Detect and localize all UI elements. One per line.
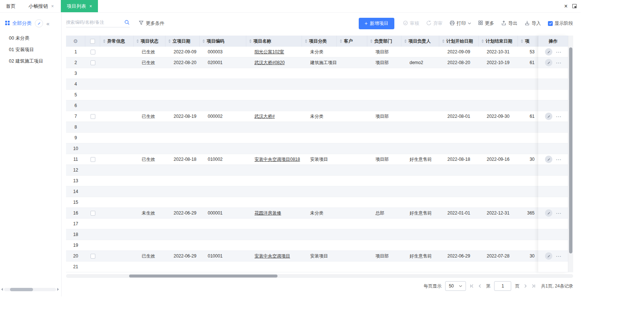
approve-button[interactable]: 审核 <box>403 20 419 27</box>
column-header-abnormal[interactable]: 异常信息 <box>100 36 134 47</box>
page-number-input[interactable] <box>494 281 511 291</box>
row-checkbox[interactable] <box>91 114 95 119</box>
project-name-link[interactable]: 阳光公寓102室 <box>254 49 284 55</box>
first-page-button[interactable] <box>470 284 474 288</box>
column-header-customer[interactable]: 客户 <box>337 36 367 47</box>
cell-end <box>479 219 518 229</box>
column-header-days[interactable]: 项 <box>518 36 538 47</box>
column-header-category[interactable]: 项目分类 <box>302 36 337 47</box>
column-header-owner[interactable]: 项目负责人 <box>401 36 439 47</box>
sidebar-category-item[interactable]: 01 安装项目 <box>0 44 61 56</box>
project-name-link[interactable]: 武汉大桥# <box>254 113 275 120</box>
tab[interactable]: 首页 <box>0 0 22 12</box>
edit-icon[interactable] <box>545 156 552 163</box>
cell-status <box>134 219 165 229</box>
row-checkbox[interactable] <box>91 157 95 162</box>
print-button[interactable]: 打印 <box>450 20 471 27</box>
collapse-sidebar-icon[interactable]: « <box>46 20 49 27</box>
printer-icon <box>450 20 455 27</box>
cell-customer <box>337 229 367 240</box>
cell-dept: 项目部 <box>367 111 401 122</box>
cell-code <box>200 219 246 229</box>
column-header-dept[interactable]: 负责部门 <box>367 36 401 47</box>
cell-name <box>246 176 302 186</box>
cell-category <box>302 79 337 89</box>
panel-icon[interactable] <box>572 4 577 9</box>
column-header-status[interactable]: 项目状态 <box>134 36 165 47</box>
tab-label: 项目列表 <box>67 3 86 10</box>
more-button[interactable]: 更多 <box>478 20 494 27</box>
vertical-scrollbar-thumb[interactable] <box>569 47 572 253</box>
project-name-link[interactable]: 安装中央空调项目0818 <box>254 156 300 163</box>
column-header-end[interactable]: 计划结束日期 <box>479 36 518 47</box>
search-icon[interactable] <box>124 20 130 25</box>
table-row: 2已生效2022-08-20020001武汉大桥#0820建筑施工项目项目部de… <box>66 57 538 68</box>
horizontal-scrollbar-thumb[interactable] <box>129 275 277 278</box>
project-name-link[interactable]: 武汉大桥#0820 <box>254 60 285 66</box>
scroll-left-icon[interactable] <box>1 288 3 291</box>
window-controls: × <box>564 0 581 12</box>
export-button[interactable]: 导出 <box>501 20 518 27</box>
tab-label: 首页 <box>6 3 16 10</box>
add-project-button[interactable]: + 新增项目 <box>359 18 394 29</box>
select-all-checkbox[interactable] <box>90 39 95 44</box>
search-input[interactable] <box>66 20 124 25</box>
row-more-icon[interactable]: ⋯ <box>556 60 561 66</box>
edit-icon[interactable] <box>545 252 552 260</box>
column-header-date[interactable]: 立项日期 <box>165 36 200 47</box>
sidebar-category-item[interactable]: 02 建筑施工项目 <box>0 56 61 67</box>
table-row: 13 <box>66 176 538 186</box>
edit-icon[interactable] <box>545 113 552 120</box>
row-checkbox[interactable] <box>91 211 95 216</box>
edit-icon[interactable] <box>545 48 552 56</box>
tab-close-icon[interactable]: × <box>89 4 92 9</box>
row-more-icon[interactable]: ⋯ <box>556 114 561 119</box>
cell-days <box>518 229 538 240</box>
per-page-label: 每页显示 <box>424 283 441 289</box>
cell-customer <box>337 219 367 229</box>
row-more-icon[interactable]: ⋯ <box>556 49 561 55</box>
cell-date <box>165 122 200 132</box>
row-checkbox[interactable] <box>91 60 95 65</box>
row-checkbox[interactable] <box>91 254 95 259</box>
sidebar-scrollbar-thumb[interactable] <box>10 288 33 291</box>
app-window: 首页小畅报销×项目列表× × 全部分类 « 00 未分类01 安装项目02 建筑… <box>0 0 581 296</box>
show-stage-checkbox[interactable] <box>548 21 553 26</box>
last-page-button[interactable] <box>531 284 536 288</box>
edit-icon[interactable] <box>545 59 552 66</box>
cell-code <box>200 176 246 186</box>
edit-icon[interactable] <box>545 209 552 217</box>
project-name-link[interactable]: 花园洋房装修 <box>254 210 281 216</box>
column-header-code[interactable]: 项目编码 <box>200 36 246 47</box>
more-filters-button[interactable]: 更多条件 <box>139 20 164 27</box>
close-window-icon[interactable]: × <box>564 3 568 9</box>
cell-dept <box>367 79 401 89</box>
column-settings-gear-icon[interactable]: ⚙ <box>66 36 85 47</box>
sidebar-category-item[interactable]: 00 未分类 <box>0 33 61 44</box>
scroll-right-icon[interactable] <box>57 288 59 291</box>
show-stage-toggle[interactable]: 显示阶段 <box>548 20 573 27</box>
row-more-icon[interactable]: ⋯ <box>556 210 561 216</box>
cell-customer <box>337 251 367 261</box>
next-page-button[interactable] <box>523 284 528 288</box>
import-button[interactable]: 导入 <box>525 20 541 27</box>
unapprove-button[interactable]: 弃审 <box>426 20 443 27</box>
column-header-name[interactable]: 项目名称 <box>246 36 302 47</box>
tab-close-icon[interactable]: × <box>51 4 54 9</box>
cell-dept: 项目部 <box>367 251 401 261</box>
per-page-select[interactable]: 50 <box>445 281 466 291</box>
row-more-icon[interactable]: ⋯ <box>556 157 561 162</box>
sort-icon <box>137 39 139 43</box>
cell-customer <box>337 143 367 154</box>
cell-status <box>134 186 165 197</box>
cell-name <box>246 143 302 154</box>
row-more-icon[interactable]: ⋯ <box>556 253 561 259</box>
column-header-start[interactable]: 计划开始日期 <box>439 36 479 47</box>
tab[interactable]: 小畅报销× <box>23 0 60 12</box>
tab[interactable]: 项目列表× <box>61 0 98 12</box>
edit-category-button[interactable] <box>35 19 43 27</box>
cell-owner <box>401 68 439 79</box>
prev-page-button[interactable] <box>478 284 482 288</box>
project-name-link[interactable]: 安装中央空调项目 <box>254 253 290 259</box>
row-checkbox[interactable] <box>91 50 95 54</box>
